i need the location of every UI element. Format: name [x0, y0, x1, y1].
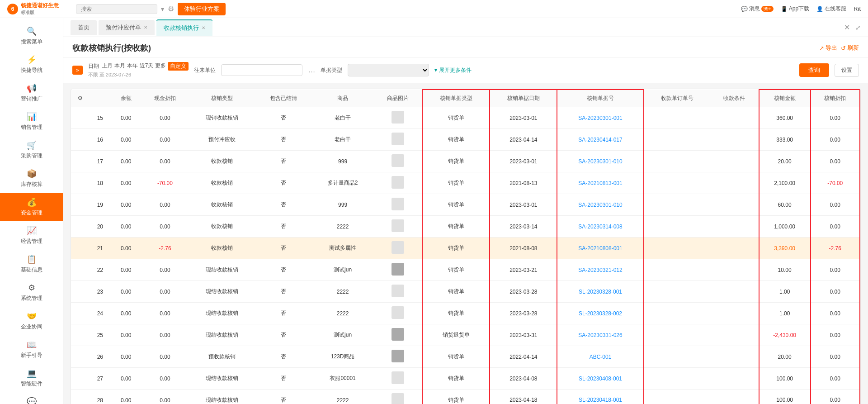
cell-balance: 0.00	[111, 259, 141, 281]
export-btn[interactable]: ↗ 导出	[819, 44, 837, 52]
date-more[interactable]: 更多	[155, 62, 166, 71]
cell-include-settled: 否	[255, 194, 312, 216]
cell-verify-type: 收款核销	[189, 151, 255, 172]
cell-doc-date: 2021-08-13	[490, 172, 557, 194]
settings-icon[interactable]: ⚙	[168, 5, 174, 13]
cell-doc-no[interactable]: SL-20230328-002	[557, 303, 643, 324]
cell-cash-discount: 0.00	[141, 346, 189, 368]
cell-doc-no[interactable]: SL-20230328-001	[557, 281, 643, 303]
expand-more-btn[interactable]: ▾ 展开更多条件	[434, 67, 472, 74]
th-seq	[89, 90, 111, 107]
page-title: 收款核销执行(按收款)	[72, 43, 151, 53]
cell-doc-date: 2023-03-28	[490, 281, 557, 303]
industry-btn[interactable]: 体验行业方案	[178, 3, 226, 15]
doc-type-select[interactable]	[348, 64, 429, 76]
cell-cash-discount: 0.00	[141, 281, 189, 303]
brand: 6 畅捷通谱好生意 标准版	[7, 2, 71, 16]
cell-verify-amount: 20.00	[759, 151, 811, 172]
cell-balance: 0.00	[111, 238, 141, 259]
cell-gear	[71, 151, 89, 172]
tab-home[interactable]: 首页	[71, 20, 97, 35]
marketing-icon: 📢	[27, 83, 37, 93]
dropdown-icon[interactable]: ▾	[161, 5, 164, 13]
filter-expand-btn[interactable]: »	[72, 66, 83, 75]
th-goods-img: 商品图片	[374, 90, 423, 107]
cell-verify-type: 现销收款核销	[189, 107, 255, 129]
sidebar-item-finance[interactable]: 💰 资金管理	[0, 193, 63, 221]
fullscreen-icon[interactable]: ⤢	[855, 24, 861, 31]
cell-receipt-order-no	[644, 324, 710, 346]
cell-seq: 27	[89, 368, 111, 390]
sidebar-item-inventory[interactable]: 📦 库存核算	[0, 164, 63, 193]
cell-doc-type: 销货单	[422, 390, 490, 404]
sidebar-item-purchase[interactable]: 🛒 采购管理	[0, 136, 63, 164]
th-gear[interactable]: ⚙	[71, 90, 89, 107]
cell-doc-date: 2023-03-14	[490, 216, 557, 238]
cell-doc-date: 2023-03-01	[490, 107, 557, 129]
close-window-icon[interactable]: ✕	[844, 23, 850, 32]
sidebar-item-system[interactable]: ⚙ 系统管理	[0, 278, 63, 307]
sidebar-item-collab[interactable]: 🤝 企业协同	[0, 307, 63, 335]
cell-seq: 17	[89, 151, 111, 172]
cell-goods: 测试jun	[312, 259, 374, 281]
sidebar: 🔍 搜索菜单 ⚡ 快捷导航 📢 营销推广 📊 销售管理 🛒 采购管理 📦 库存核…	[0, 18, 63, 404]
top-search-input[interactable]	[76, 4, 157, 14]
sidebar-item-sales[interactable]: 📊 销售管理	[0, 107, 63, 136]
cell-verify-amount: 60.00	[759, 194, 811, 216]
cell-doc-no[interactable]: SA-20230301-001	[557, 107, 643, 129]
cell-doc-no[interactable]: SA-20210808-001	[557, 238, 643, 259]
cell-doc-type: 销货单	[422, 129, 490, 151]
sidebar-item-wechat[interactable]: 💬 企业微信	[0, 392, 63, 404]
cell-receipt-order-no	[644, 303, 710, 324]
system-icon: ⚙	[28, 283, 35, 293]
cell-verify-amount: -2,430.00	[759, 324, 811, 346]
cell-doc-no[interactable]: SA-20210813-001	[557, 172, 643, 194]
cell-doc-no[interactable]: SA-20230301-010	[557, 194, 643, 216]
message-btn[interactable]: 💬 消息 99+	[741, 5, 774, 13]
cell-gear	[71, 346, 89, 368]
cell-verify-amount: 2,100.00	[759, 172, 811, 194]
tab-close-receipt[interactable]: ✕	[202, 25, 205, 30]
cell-goods-img	[374, 303, 423, 324]
cell-receipt-order-no	[644, 194, 710, 216]
sidebar-item-hardware[interactable]: 💻 智能硬件	[0, 364, 63, 392]
sidebar-item-basic-info[interactable]: 📋 基础信息	[0, 250, 63, 278]
app-download-btn[interactable]: 📱 App下载	[781, 5, 809, 13]
cell-doc-no[interactable]: SA-20230414-017	[557, 129, 643, 151]
partner-input[interactable]	[221, 64, 302, 76]
cell-doc-no[interactable]: SL-20230418-001	[557, 390, 643, 404]
date-7days[interactable]: 近7天	[140, 62, 154, 71]
cell-doc-no[interactable]: SA-20230301-010	[557, 151, 643, 172]
tab-receipt-verify[interactable]: 收款核销执行 ✕	[156, 19, 212, 36]
tab-prepayment[interactable]: 预付冲应付单 ✕	[99, 20, 155, 35]
cell-doc-no[interactable]: ABC-001	[557, 346, 643, 368]
table-settings-btn[interactable]: 设置	[835, 64, 859, 77]
cell-verify-amount: 360.00	[759, 107, 811, 129]
cell-doc-no[interactable]: SL-20230408-001	[557, 368, 643, 390]
date-this-month[interactable]: 本月	[114, 62, 125, 71]
service-icon: 👤	[816, 6, 823, 12]
cell-include-settled: 否	[255, 172, 312, 194]
refresh-btn[interactable]: ↺ 刷新	[841, 44, 859, 52]
cell-doc-no[interactable]: SA-20230321-012	[557, 259, 643, 281]
query-btn[interactable]: 查询	[799, 63, 829, 77]
date-last-month[interactable]: 上月	[102, 62, 113, 71]
cell-doc-no[interactable]: SA-20230314-008	[557, 216, 643, 238]
sidebar-item-search[interactable]: 🔍 搜索菜单	[0, 22, 63, 50]
sidebar-item-guide[interactable]: 📖 新手引导	[0, 335, 63, 364]
tab-close-prepayment[interactable]: ✕	[144, 25, 147, 30]
cell-verify-amount: 100.00	[759, 390, 811, 404]
service-btn[interactable]: 👤 在线客服	[816, 5, 846, 13]
th-doc-type: 核销单据类型	[422, 90, 490, 107]
date-custom[interactable]: 自定义	[168, 62, 189, 71]
cell-seq: 20	[89, 216, 111, 238]
sidebar-item-quick-nav[interactable]: ⚡ 快捷导航	[0, 50, 63, 79]
date-this-year[interactable]: 本年	[127, 62, 138, 71]
sidebar-item-management[interactable]: 📈 经营管理	[0, 221, 63, 250]
cell-verify-amount: 100.00	[759, 368, 811, 390]
table-row: 17 0.00 0.00 收款核销 否 999 销货单 2023-03-01 S…	[71, 151, 860, 172]
sidebar-item-marketing[interactable]: 📢 营销推广	[0, 79, 63, 107]
quick-nav-icon: ⚡	[27, 55, 37, 65]
cell-doc-no[interactable]: SA-20230331-026	[557, 324, 643, 346]
cell-gear	[71, 238, 89, 259]
